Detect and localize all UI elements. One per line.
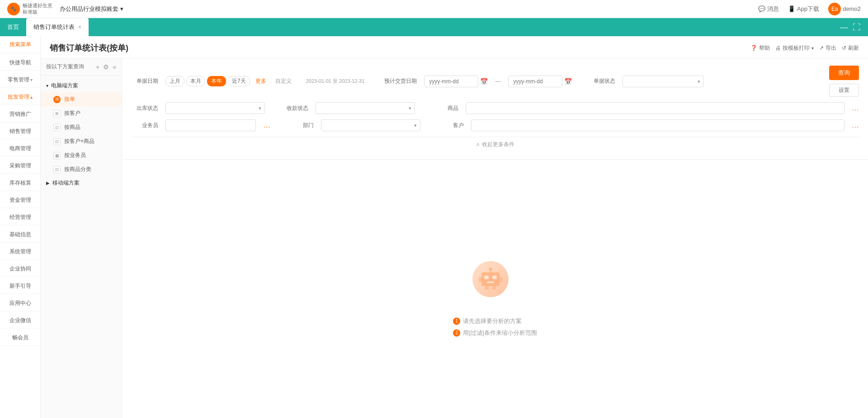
left-panel-header: 按以下方案查询 + ⚙ « — [41, 58, 122, 76]
sidebar-item-member[interactable]: 畅会员 — [0, 328, 40, 346]
settings-button[interactable]: 设置 — [829, 84, 859, 97]
refresh-button[interactable]: ↺ 刷新 — [842, 44, 859, 52]
sidebar-item-apps[interactable]: 应用中心 — [0, 294, 40, 311]
collapse-panel-button[interactable]: « — [113, 63, 116, 71]
scheme-item-by-salesperson[interactable]: ▦ 按业务员 — [41, 148, 122, 162]
sidebar-item-retail[interactable]: 零售管理 ▾ — [0, 71, 40, 88]
scheme-by-sales-icon: ▦ — [53, 152, 61, 159]
tab-sales-order-stats[interactable]: 销售订单统计表 × — [26, 18, 89, 36]
sidebar-item-finance[interactable]: 资金管理 — [0, 191, 40, 208]
date-btn-last-month[interactable]: 上月 — [165, 76, 184, 86]
page-header: 销售订单统计表(按单) ❓ 帮助 🖨 按模板打印 ▾ ↗ 导出 ↺ 刷新 — [41, 36, 868, 58]
svg-rect-8 — [485, 286, 489, 290]
left-panel: 按以下方案查询 + ⚙ « ▾ 电脑端方案 按 按单 — [41, 58, 122, 418]
salesperson-more-button[interactable]: … — [263, 121, 270, 129]
sidebar-item-inventory[interactable]: 库存核算 — [0, 174, 40, 191]
company-selector[interactable]: 办公用品行业模拟账套 ▾ — [60, 5, 123, 13]
product-input[interactable] — [466, 102, 844, 114]
pc-scheme-group: ▾ 电脑端方案 按 按单 ⊞ 按客户 ⊡ 按商 — [41, 79, 122, 176]
sidebar-item-quick-nav[interactable]: 快捷导航 — [0, 53, 40, 71]
sidebar-item-sales[interactable]: 销售管理 — [0, 122, 40, 139]
scheme-by-customer-icon: ⊞ — [53, 110, 61, 117]
empty-hints: 1 请先选择要分析的方案 2 用[过滤]条件来缩小分析范围 — [453, 315, 537, 339]
customer-more-button[interactable]: … — [852, 121, 859, 129]
help-icon: ❓ — [750, 45, 757, 51]
svg-rect-6 — [479, 277, 481, 282]
scheme-by-order-icon: 按 — [53, 96, 61, 103]
message-button[interactable]: 💬 消息 — [758, 5, 779, 13]
status-select[interactable] — [623, 76, 704, 87]
empty-robot-svg — [477, 266, 504, 293]
scheme-item-by-order[interactable]: 按 按单 — [41, 92, 122, 106]
nav-tab-actions: — ⛶ — [840, 23, 868, 32]
scheme-group-mobile-header[interactable]: ▶ 移动端方案 — [41, 176, 122, 190]
status-label: 单据状态 — [588, 77, 615, 85]
export-button[interactable]: ↗ 导出 — [819, 44, 836, 52]
sidebar-item-marketing[interactable]: 营销推广 — [0, 105, 40, 122]
download-icon: 📱 — [788, 5, 795, 12]
calendar-end-icon[interactable]: 📅 — [564, 78, 572, 85]
sidebar-item-newbie[interactable]: 新手引导 — [0, 277, 40, 294]
close-tab-button[interactable]: × — [78, 24, 81, 30]
sidebar-item-wholesale[interactable]: 批发管理 ▴ — [0, 88, 40, 105]
sidebar-item-enterprise[interactable]: 企业协同 — [0, 260, 40, 277]
empty-hint-1: 1 请先选择要分析的方案 — [453, 315, 537, 327]
minimize-button[interactable]: — — [840, 23, 848, 32]
scheme-item-by-product[interactable]: ⊡ 按商品 — [41, 120, 122, 134]
date-btn-custom[interactable]: 自定义 — [272, 76, 295, 86]
product-more-button[interactable]: … — [852, 104, 859, 112]
payment-status-select[interactable] — [316, 102, 415, 114]
scheme-item-by-customer-product[interactable]: ⊡ 按客户+商品 — [41, 134, 122, 148]
action-buttons: 查询 设置 — [824, 66, 859, 97]
sidebar-item-search[interactable]: 搜索菜单 — [0, 36, 40, 53]
date-btn-more[interactable]: 更多 — [252, 76, 270, 86]
avatar: Ea — [828, 3, 841, 15]
filter-row-2: 出库状态 收款状态 商品 — [131, 102, 859, 114]
hint-num-1: 1 — [453, 318, 460, 325]
query-button[interactable]: 查询 — [829, 66, 859, 80]
tab-home[interactable]: 首页 — [0, 18, 26, 36]
scheme-group-pc-header[interactable]: ▾ 电脑端方案 — [41, 79, 122, 92]
date-btn-this-year[interactable]: 本年 — [207, 76, 226, 86]
add-scheme-button[interactable]: + — [96, 63, 99, 71]
collapse-bar[interactable]: ∧ 收起更多条件 — [131, 137, 859, 152]
dept-label: 部门 — [287, 122, 314, 129]
sidebar-item-basic[interactable]: 基础信息 — [0, 225, 40, 242]
app-download-button[interactable]: 📱 App下载 — [788, 5, 819, 13]
sidebar-item-ecommerce[interactable]: 电商管理 — [0, 139, 40, 157]
top-header: 🐾 畅捷通好生意 标准版 办公用品行业模拟账套 ▾ 💬 消息 📱 App下载 E… — [0, 0, 868, 18]
content-area: 销售订单统计表(按单) ❓ 帮助 🖨 按模板打印 ▾ ↗ 导出 ↺ 刷新 — [41, 36, 868, 418]
calendar-start-icon[interactable]: 📅 — [480, 78, 488, 85]
svg-rect-2 — [492, 276, 497, 279]
export-icon: ↗ — [819, 45, 824, 51]
sidebar: 搜索菜单 快捷导航 零售管理 ▾ 批发管理 ▴ 营销推广 销售管理 电商管理 采… — [0, 36, 41, 418]
expected-date-start-input[interactable] — [424, 76, 478, 87]
user-menu[interactable]: Ea demo2 — [828, 3, 861, 15]
empty-state-icon — [472, 261, 518, 306]
maximize-button[interactable]: ⛶ — [853, 23, 861, 32]
date-btn-this-month[interactable]: 本月 — [186, 76, 205, 86]
expected-date-end-input[interactable] — [508, 76, 562, 87]
status-select-wrapper — [623, 76, 704, 87]
print-arrow-icon: ▾ — [811, 46, 814, 51]
payment-status-label: 收款状态 — [281, 104, 308, 112]
dept-select[interactable] — [321, 119, 420, 131]
empty-hint-2: 2 用[过滤]条件来缩小分析范围 — [453, 327, 537, 339]
scheme-item-by-category[interactable]: ⊡ 按商品分类 — [41, 162, 122, 176]
ship-status-label: 出库状态 — [131, 104, 158, 112]
scheme-item-by-customer[interactable]: ⊞ 按客户 — [41, 106, 122, 120]
sidebar-item-purchase[interactable]: 采购管理 — [0, 157, 40, 174]
date-btn-last7days[interactable]: 近7天 — [228, 76, 250, 86]
sidebar-item-wechat[interactable]: 企业微信 — [0, 311, 40, 328]
ship-status-select[interactable] — [165, 102, 265, 114]
print-button[interactable]: 🖨 按模板打印 ▾ — [775, 44, 814, 52]
salesperson-input[interactable] — [165, 119, 256, 131]
customer-input[interactable] — [471, 119, 844, 131]
sidebar-item-operations[interactable]: 经营管理 — [0, 208, 40, 225]
print-icon: 🖨 — [775, 45, 781, 51]
hint-num-2: 2 — [453, 329, 460, 337]
help-button[interactable]: ❓ 帮助 — [750, 44, 770, 52]
sidebar-item-system[interactable]: 系统管理 — [0, 242, 40, 260]
svg-point-5 — [489, 268, 492, 271]
scheme-settings-button[interactable]: ⚙ — [103, 63, 109, 71]
